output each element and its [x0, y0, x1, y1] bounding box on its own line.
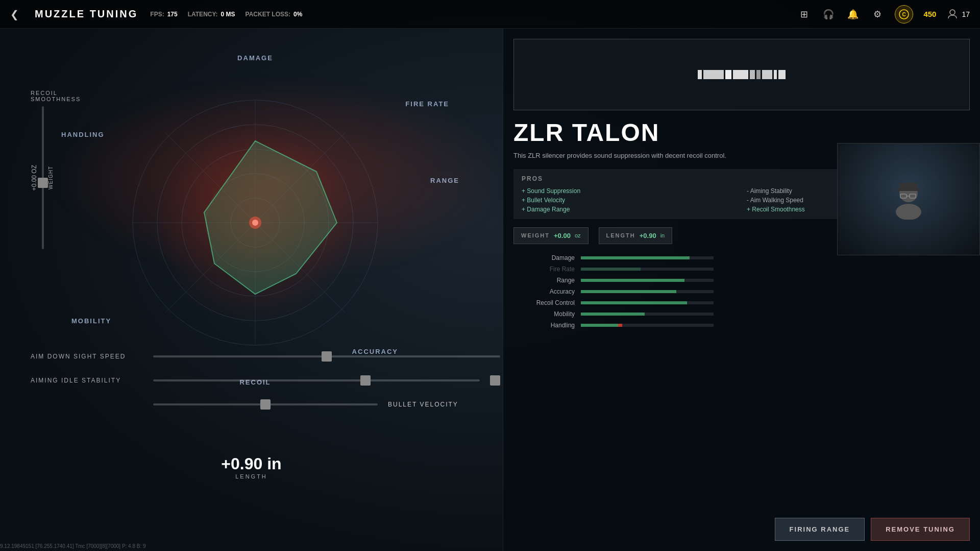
- latency-label: LATENCY:: [188, 11, 218, 18]
- packet-loss-label: PACKET LOSS:: [246, 11, 290, 18]
- svg-rect-19: [899, 183, 918, 190]
- bell-icon[interactable]: 🔔: [846, 7, 860, 21]
- aim-down-sight-thumb[interactable]: [322, 351, 332, 362]
- aim-down-sight-label: AIM DOWN SIGHT SPEED: [31, 353, 143, 360]
- stat-name-fire-rate: Fire Rate: [513, 266, 575, 273]
- recoil-vertical-track[interactable]: [42, 106, 44, 249]
- length-tuning-value: +0.90: [640, 232, 656, 239]
- stat-name-accuracy: Accuracy: [513, 288, 575, 295]
- player-level-value: 17: [962, 10, 970, 18]
- aim-down-sight-track[interactable]: [153, 355, 500, 357]
- grid-icon[interactable]: ⊞: [797, 7, 811, 21]
- weight-tuning-unit: oz: [575, 232, 581, 238]
- fps-label: FPS:: [150, 11, 164, 18]
- radar-fire-rate-label: FIRE RATE: [405, 100, 449, 108]
- latency-item: LATENCY: 0 MS: [188, 11, 235, 18]
- weight-tuning-box: WEIGHT +0.00 oz: [513, 227, 589, 244]
- stat-row-range: Range: [513, 277, 970, 284]
- aiming-idle-label: AIMING IDLE STABILITY: [31, 377, 143, 384]
- headphones-icon[interactable]: 🎧: [821, 7, 836, 21]
- top-bar-left: ❮ MUZZLE TUNING FPS: 175 LATENCY: 0 MS P…: [0, 6, 302, 22]
- stat-name-mobility: Mobility: [513, 310, 575, 318]
- handling-fill-red: [618, 324, 622, 327]
- pro-item-2: + Damage Range: [522, 206, 737, 213]
- pro-item-1: + Bullet Velocity: [522, 197, 737, 204]
- player-level-display: 17: [946, 8, 970, 20]
- aiming-idle-track[interactable]: [153, 379, 480, 381]
- aiming-idle-thumb[interactable]: [360, 375, 371, 386]
- stat-row-handling: Handling: [513, 322, 970, 329]
- bullet-velocity-thumb[interactable]: [260, 399, 271, 410]
- stat-fill-accuracy: [581, 290, 676, 293]
- length-tuning-box: LENGTH +0.90 in: [599, 227, 673, 244]
- weight-tuning-label: WEIGHT: [521, 232, 550, 238]
- firing-range-button[interactable]: FIRING RANGE: [775, 518, 865, 541]
- weapon-image-box: [513, 39, 970, 110]
- bullet-velocity-track[interactable]: [153, 403, 378, 405]
- bullet-velocity-row: BULLET VELOCITY: [31, 401, 500, 408]
- fps-value: 175: [167, 11, 178, 18]
- aim-down-sight-row: AIM DOWN SIGHT SPEED: [31, 353, 500, 360]
- weight-value-label: +0.00 OZ: [31, 165, 38, 190]
- stat-bar-damage: [581, 256, 714, 259]
- stat-row-mobility: Mobility: [513, 310, 970, 318]
- value-number: +0.90 in: [221, 454, 281, 473]
- handling-fill-green: [581, 324, 618, 327]
- radar-handling-label: HANDLING: [61, 131, 105, 138]
- stat-bar-recoil-control: [581, 301, 714, 304]
- stat-row-recoil-control: Recoil Control: [513, 299, 970, 306]
- recoil-smoothness-label: RECOIL SMOOTHNESS: [31, 90, 92, 102]
- stats-section: Damage Fire Rate Range Accuracy Recoil C…: [513, 254, 970, 329]
- stat-bar-handling: [581, 324, 714, 327]
- svg-point-15: [252, 220, 258, 226]
- recoil-slider-container: +0.00 OZ WEIGHT: [31, 106, 92, 249]
- weight-tuning-value: +0.00: [554, 232, 571, 239]
- weight-axis-label: WEIGHT: [48, 166, 54, 189]
- svg-point-17: [896, 204, 921, 220]
- stat-fill-recoil-control: [581, 301, 687, 304]
- main-content: RECOIL SMOOTHNESS +0.00 OZ WEIGHT DAMAGE…: [0, 29, 503, 551]
- weapon-description: This ZLR silencer provides sound suppres…: [513, 151, 769, 161]
- remove-tuning-button[interactable]: REMOVE TUNING: [871, 518, 970, 541]
- currency-icon: C: [895, 5, 913, 23]
- fps-info: FPS: 175 LATENCY: 0 MS PACKET LOSS: 0%: [150, 11, 302, 18]
- aiming-idle-indicator: [490, 375, 500, 386]
- top-bar-right: ⊞ 🎧 🔔 ⚙ C 450 17: [797, 5, 980, 23]
- page-title: MUZZLE TUNING: [35, 8, 138, 20]
- length-tuning-label: LENGTH: [606, 232, 635, 238]
- stat-name-damage: Damage: [513, 254, 575, 261]
- svg-point-2: [950, 10, 955, 15]
- handling-bar-inner: [581, 324, 714, 327]
- bottom-panel: AIM DOWN SIGHT SPEED AIMING IDLE STABILI…: [31, 353, 500, 423]
- recoil-smoothness-panel: RECOIL SMOOTHNESS +0.00 OZ WEIGHT: [31, 90, 92, 249]
- bottom-buttons: FIRING RANGE REMOVE TUNING: [775, 518, 970, 541]
- stat-bar-range: [581, 279, 714, 282]
- pro-item-0: + Sound Suppression: [522, 187, 737, 195]
- latency-value: 0 MS: [221, 11, 235, 18]
- streamer-placeholder: [838, 143, 979, 255]
- player-icon: [946, 8, 959, 20]
- stat-fill-mobility: [581, 313, 645, 316]
- back-button[interactable]: ❮: [6, 6, 22, 22]
- radar-damage-label: DAMAGE: [237, 54, 273, 62]
- cod-points-display: 450: [923, 10, 936, 18]
- packet-loss-item: PACKET LOSS: 0%: [246, 11, 303, 18]
- bullet-velocity-right-label: BULLET VELOCITY: [388, 401, 500, 408]
- stat-bar-fire-rate: [581, 268, 714, 271]
- value-unit-label: LENGTH: [221, 473, 281, 480]
- cod-points-icon: C: [899, 9, 909, 19]
- packet-loss-value: 0%: [293, 11, 302, 18]
- gear-icon[interactable]: ⚙: [870, 7, 885, 21]
- top-bar: ❮ MUZZLE TUNING FPS: 175 LATENCY: 0 MS P…: [0, 0, 980, 29]
- radar-range-label: RANGE: [430, 177, 459, 184]
- debug-text: 9.12.19849151 [76.255.1740.41] Tmc [7000…: [0, 543, 146, 549]
- svg-text:C: C: [902, 12, 906, 17]
- stat-name-recoil-control: Recoil Control: [513, 299, 575, 306]
- right-panel: ZLR TALON This ZLR silencer provides sou…: [503, 29, 980, 551]
- stat-fill-range: [581, 279, 684, 282]
- streamer-cam: [837, 143, 980, 255]
- radar-chart-container: DAMAGE FIRE RATE RANGE ACCURACY RECOIL M…: [102, 69, 408, 376]
- recoil-vertical-thumb[interactable]: [38, 178, 48, 188]
- stat-row-fire-rate: Fire Rate: [513, 266, 970, 273]
- fps-item: FPS: 175: [150, 11, 177, 18]
